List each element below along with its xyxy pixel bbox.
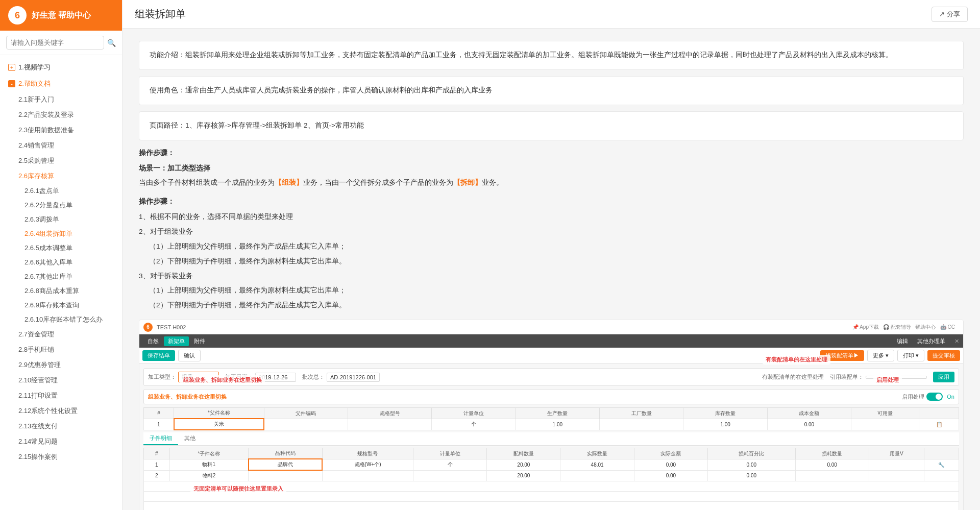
sidebar-item-cost-adj[interactable]: 2.6.5成本调整单: [0, 241, 122, 255]
col-parent-name: *父件名称: [174, 408, 264, 419]
sidebar-item-coupon[interactable]: 2.9优惠券管理: [0, 357, 122, 373]
app-tabs: 子件明细 其他: [143, 432, 959, 446]
sidebar-item-finance[interactable]: 2.7资金管理: [0, 327, 122, 342]
col-cost: 成本金额: [767, 408, 851, 419]
steps-intro: 操作步骤：: [139, 197, 964, 206]
sidebar-item-videos[interactable]: + 1.视频学习: [0, 59, 122, 76]
sidebar-item-data-prep[interactable]: 2.3使用前数据准备: [0, 123, 122, 138]
cell-parent-name[interactable]: 关米: [174, 419, 264, 430]
field-doc-type-val[interactable]: 组装: [178, 372, 219, 382]
field-doc-type-label: 加工类型：: [148, 373, 176, 381]
step2: 2、对于组装业务: [139, 226, 964, 238]
step1: 1、根据不同的业务，选择不同单据的类型来处理: [139, 211, 964, 223]
sidebar-item-cases[interactable]: 2.15操作案例: [0, 449, 122, 465]
sidebar-item-mobile[interactable]: 2.8手机旺铺: [0, 342, 122, 357]
lcell-bom: 20.00: [487, 459, 560, 470]
table-row: [144, 481, 959, 491]
share-button[interactable]: ↗ 分享: [932, 7, 968, 22]
apply-btn[interactable]: 应用: [933, 372, 954, 382]
collapse-icon: -: [8, 80, 15, 87]
sidebar-item-faq[interactable]: 2.14常见问题: [0, 434, 122, 449]
col-avail: 可用量: [851, 408, 919, 419]
app-menu-bar: 自然 新架单 附件 编辑 其他办理单 ✕: [139, 334, 963, 348]
field-process-type: 有装配清单的在这里处理: [762, 373, 824, 381]
confirm-btn[interactable]: 确认: [178, 350, 201, 361]
submit-btn[interactable]: 提交审核: [927, 350, 960, 361]
sidebar-item-biz-mgmt[interactable]: 2.10经营管理: [0, 373, 122, 388]
screenshot-container: 6 TEST-H002 📌 App下载 🎧 配套辅导 帮助中心 🤖 CC 自然 …: [139, 320, 964, 510]
find-bom-btn[interactable]: 找装配清单▶: [820, 350, 864, 361]
sidebar-item-cost-recalc[interactable]: 2.6.8商品成本重算: [0, 284, 122, 298]
print-btn[interactable]: 打印 ▾: [897, 350, 924, 361]
assemble-link: 【组装】: [275, 179, 303, 186]
table-row: 1 物料1 品牌代 规格(W+个) 个 20.00 48.01 0.00 0.0…: [144, 459, 959, 470]
lcol-spec: 规格型号: [322, 448, 413, 459]
lcol-usage: 用量V: [869, 448, 924, 459]
lower-table: # *子件名称 品种代码 规格型号 计量单位 配料数量 实际数量 实际金额 损耗…: [143, 448, 959, 510]
cell-cost: 0.00: [767, 419, 851, 430]
field-material-val[interactable]: [866, 376, 927, 379]
sidebar-item-other-out[interactable]: 2.6.7其他出库单: [0, 270, 122, 284]
sidebar-item-ledger-query[interactable]: 2.6.9库存账本查询: [0, 298, 122, 312]
cell-seq: 1: [144, 419, 174, 430]
sidebar-item-sales[interactable]: 2.4销售管理: [0, 138, 122, 153]
sidebar-item-inventory[interactable]: 2.6库存核算: [0, 168, 122, 184]
sidebar-item-docs[interactable]: - 2.帮助文档: [0, 76, 122, 92]
sidebar-item-ledger-fix[interactable]: 2.6.10库存账本错了怎么办: [0, 312, 122, 327]
sidebar-item-custom[interactable]: 2.12系统个性化设置: [0, 403, 122, 419]
field-material: 引用装配单：: [830, 373, 927, 381]
assemble-type-label: 组装业务、拆卸业务在这里切换: [148, 393, 227, 401]
close-icon[interactable]: ✕: [954, 338, 959, 345]
lcol-actual-qty: 实际数量: [560, 448, 634, 459]
step2-1: （1）上部明细为父件明细，最终作为产成品生成其它入库单；: [139, 241, 964, 253]
col-parent-code: 父件编码: [264, 408, 348, 419]
search-input[interactable]: [6, 36, 104, 50]
table-row: 1 关米 个 1.00 1.00 0.00: [144, 419, 959, 430]
intro-block: 功能介绍：组装拆卸单用来处理企业组装或拆卸等加工业务，支持有固定装配清单的产品加…: [139, 41, 964, 70]
lcell-loss-pct: 0.00: [708, 459, 796, 470]
submit-btn-label: 提交审核: [933, 352, 955, 358]
sidebar-header: 6 好生意 帮助中心: [0, 0, 122, 31]
sidebar-item-print[interactable]: 2.11打印设置: [0, 388, 122, 403]
sidebar-item-purchase[interactable]: 2.5采购管理: [0, 153, 122, 168]
field-date: 加工日期： 2019-12-26: [225, 373, 296, 382]
sidebar-item-assembly[interactable]: 2.6.4组装拆卸单: [0, 227, 122, 241]
print-btn-label: 打印 ▾: [903, 352, 919, 358]
tab-other[interactable]: 其他: [178, 432, 202, 445]
save-btn[interactable]: 保存结单: [142, 350, 175, 361]
tab-materials[interactable]: 子件明细: [143, 432, 178, 445]
main-content: 组装拆卸单 ↗ 分享 功能介绍：组装拆卸单用来处理企业组装或拆卸等加工业务，支持…: [122, 0, 980, 510]
lcell-actions: 🔧: [924, 459, 959, 470]
steps-heading: 操作步骤：: [139, 149, 964, 158]
search-icon[interactable]: 🔍: [107, 39, 116, 47]
field-date-val[interactable]: 2019-12-26: [255, 373, 296, 382]
field-batch-label: 批次总：: [302, 373, 325, 381]
table-row: [144, 501, 959, 510]
field-batch-val[interactable]: AD-20191226-001: [327, 373, 380, 382]
sidebar-item-new-user[interactable]: 2.1新手入门: [0, 92, 122, 107]
sidebar-item-transfer[interactable]: 2.6.3调拨单: [0, 212, 122, 227]
app-topbar: 6 TEST-H002 📌 App下载 🎧 配套辅导 帮助中心 🤖 CC: [139, 320, 963, 334]
sidebar-item-partial-stocktake[interactable]: 2.6.2分量盘点单: [0, 198, 122, 212]
confirm-btn-label: 确认: [184, 352, 195, 358]
sidebar-item-other-in[interactable]: 2.6.6其他入库单: [0, 255, 122, 270]
col-stock-qty: 库存数量: [683, 408, 767, 419]
sidebar-item-stocktake[interactable]: 2.6.1盘点单: [0, 184, 122, 198]
cell-actions: 📋: [919, 419, 959, 430]
sidebar-item-install[interactable]: 2.2产品安装及登录: [0, 107, 122, 123]
menu-attach[interactable]: 附件: [190, 336, 209, 346]
cell-avail: [851, 419, 919, 430]
more-btn[interactable]: 更多 ▾: [867, 350, 894, 361]
app-action-bar: 保存结单 确认 找装配清单▶ 更多 ▾ 打印 ▾: [139, 348, 963, 364]
app-logo-small: 6: [143, 323, 153, 332]
menu-other[interactable]: 其他办理单: [913, 336, 949, 346]
sidebar-item-payment[interactable]: 2.13在线支付: [0, 419, 122, 434]
menu-edit[interactable]: 编辑: [893, 336, 912, 346]
enable-switch[interactable]: [926, 393, 943, 401]
menu-new[interactable]: 新架单: [164, 336, 189, 346]
save-btn-label: 保存结单: [148, 352, 170, 358]
lcol-unit: 计量单位: [413, 448, 486, 459]
app-form-row1: 加工类型： 组装 加工日期： 2019-12-26 批次总： AD-201912…: [143, 368, 959, 386]
apply-btn-label: 应用: [938, 374, 949, 380]
menu-home[interactable]: 自然: [143, 336, 163, 346]
